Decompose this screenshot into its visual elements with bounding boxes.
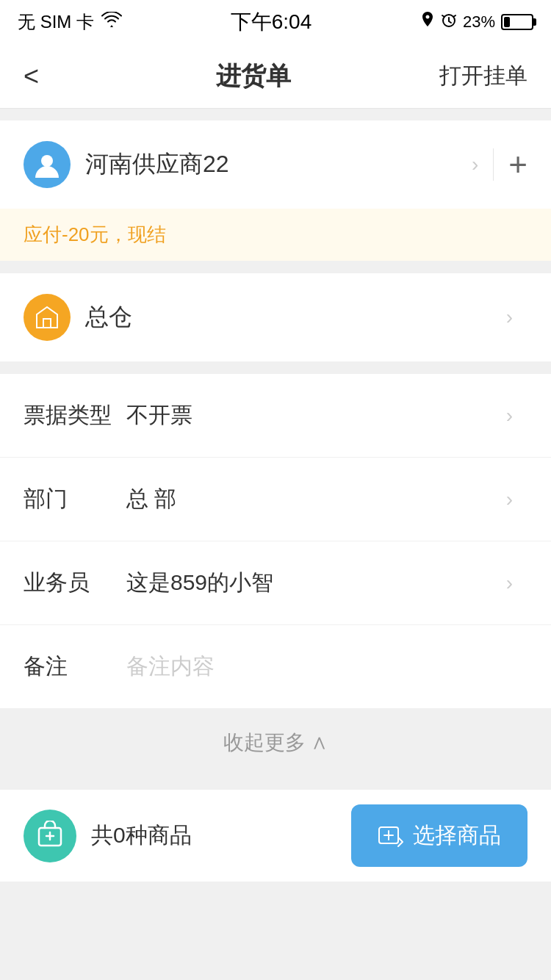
select-product-label: 选择商品: [413, 821, 501, 851]
warehouse-chevron-icon: ›: [506, 306, 513, 329]
department-chevron-icon: ›: [506, 488, 513, 511]
back-button[interactable]: <: [24, 61, 68, 92]
salesperson-row[interactable]: 业务员 这是859的小智 ›: [0, 541, 551, 624]
page-background: [0, 882, 551, 980]
notice-bar: 应付-20元，现结: [0, 209, 551, 261]
section-gap-4: [0, 777, 551, 789]
department-value: 总 部: [126, 484, 506, 514]
status-right: 23%: [420, 12, 533, 32]
notice-text: 应付-20元，现结: [24, 223, 166, 245]
svg-point-1: [41, 155, 53, 167]
supplier-section: 河南供应商22 › + 应付-20元，现结: [0, 120, 551, 261]
supplier-name: 河南供应商22: [85, 148, 472, 181]
invoice-type-label: 票据类型: [24, 400, 126, 430]
battery-pct: 23%: [463, 12, 495, 32]
wifi-icon: [101, 12, 122, 32]
carrier-label: 无 SIM 卡: [18, 10, 94, 34]
status-time: 下午6:04: [231, 8, 312, 36]
page-title: 进货单: [216, 60, 291, 93]
invoice-type-value: 不开票: [126, 400, 506, 430]
salesperson-chevron-icon: ›: [506, 572, 513, 595]
invoice-type-row[interactable]: 票据类型 不开票 ›: [0, 373, 551, 457]
warehouse-section: 总仓 ›: [0, 273, 551, 361]
status-bar: 无 SIM 卡 下午6:04 23%: [0, 0, 551, 44]
supplier-chevron-icon: ›: [472, 153, 478, 176]
product-count-label: 共0种商品: [91, 821, 336, 851]
section-gap-1: [0, 109, 551, 120]
department-label: 部门: [24, 484, 126, 514]
status-left: 无 SIM 卡: [18, 10, 122, 34]
battery-icon: [501, 14, 533, 30]
warehouse-row[interactable]: 总仓 ›: [0, 273, 551, 361]
svg-rect-2: [43, 319, 51, 328]
alarm-icon: [441, 12, 457, 32]
section-gap-3: [0, 361, 551, 373]
supplier-row[interactable]: 河南供应商22 › +: [0, 120, 551, 209]
section-gap-2: [0, 261, 551, 273]
warehouse-icon: [24, 294, 71, 341]
form-section: 票据类型 不开票 › 部门 总 部 › 业务员 这是859的小智 › 备注 备注…: [0, 373, 551, 708]
salesperson-label: 业务员: [24, 568, 126, 598]
department-row[interactable]: 部门 总 部 ›: [0, 457, 551, 541]
invoice-type-chevron-icon: ›: [506, 404, 513, 428]
remark-row[interactable]: 备注 备注内容: [0, 624, 551, 708]
select-product-button[interactable]: 选择商品: [351, 804, 527, 867]
warehouse-name: 总仓: [85, 301, 506, 334]
open-pending-button[interactable]: 打开挂单: [439, 61, 527, 91]
add-supplier-button[interactable]: +: [493, 148, 527, 181]
nav-bar: < 进货单 打开挂单: [0, 44, 551, 109]
remark-label: 备注: [24, 652, 126, 682]
salesperson-value: 这是859的小智: [126, 568, 506, 598]
product-bar: 共0种商品 选择商品: [0, 789, 551, 882]
supplier-avatar: [24, 141, 71, 188]
remark-input[interactable]: 备注内容: [126, 652, 527, 682]
location-icon: [420, 12, 435, 32]
collapse-button[interactable]: 收起更多 ∧: [0, 708, 551, 777]
product-icon: [24, 810, 76, 862]
